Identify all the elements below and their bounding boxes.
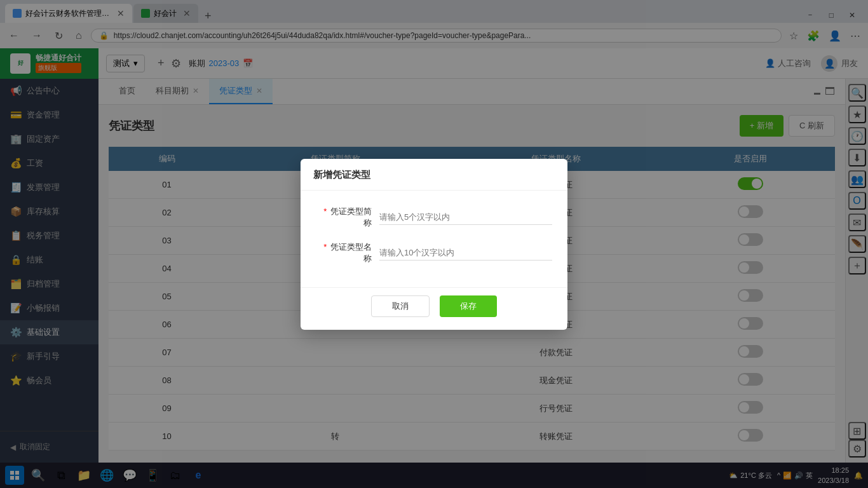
name-input[interactable] (379, 245, 552, 261)
cancel-modal-button[interactable]: 取消 (371, 295, 430, 317)
save-modal-button[interactable]: 保存 (440, 295, 497, 317)
modal-body: * 凭证类型简称 * 凭证类型名称 (301, 191, 567, 287)
modal-header: 新增凭证类型 (301, 159, 567, 191)
abbr-label: * 凭证类型简称 (316, 206, 379, 229)
name-field: * 凭证类型名称 (316, 241, 552, 264)
required-star-1: * (323, 207, 327, 216)
abbr-input[interactable] (379, 210, 552, 225)
required-star-2: * (323, 242, 327, 252)
add-voucher-type-modal: 新增凭证类型 * 凭证类型简称 * 凭证类型名称 取消 保存 (301, 159, 567, 330)
abbr-field: * 凭证类型简称 (316, 206, 552, 229)
modal-footer: 取消 保存 (301, 287, 567, 330)
name-label: * 凭证类型名称 (316, 241, 379, 264)
modal-title: 新增凭证类型 (313, 169, 370, 180)
modal-overlay: 新增凭证类型 * 凭证类型简称 * 凭证类型名称 取消 保存 (0, 0, 868, 488)
